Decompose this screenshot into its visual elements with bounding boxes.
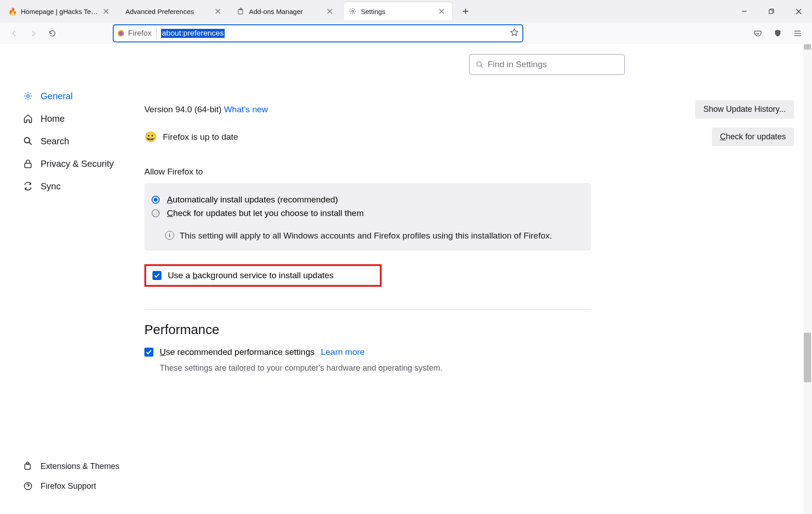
divider	[144, 309, 591, 310]
recommended-perf-checkbox-row[interactable]: Use recommended performance settings Lea…	[144, 347, 794, 357]
svg-point-2	[352, 10, 354, 12]
content-area: General Home Search Privacy & Security S…	[0, 44, 812, 514]
tab-ghacks[interactable]: 🔥 Homepage | gHacks Technology	[4, 2, 116, 20]
sidebar-item-sync[interactable]: Sync	[23, 175, 126, 197]
url-identity-box[interactable]: Firefox	[117, 28, 157, 39]
sidebar-item-label: General	[41, 91, 73, 101]
nav-toolbar: Firefox about:preferences	[0, 23, 812, 44]
radio-label: Check for updates but let you choose to …	[167, 208, 364, 218]
reload-button[interactable]	[44, 25, 60, 41]
close-icon[interactable]	[213, 6, 223, 16]
firefox-icon	[117, 30, 125, 37]
radio-check-only[interactable]: Check for updates but let you choose to …	[152, 208, 584, 218]
sidebar-item-support[interactable]: Firefox Support	[23, 476, 126, 496]
allow-firefox-heading: Allow Firefox to	[144, 167, 794, 177]
home-icon	[23, 113, 33, 124]
radio-label: Automatically install updates (recommend…	[167, 195, 338, 205]
checkbox-label: Use a background service to install upda…	[168, 271, 334, 280]
radio-auto-install[interactable]: Automatically install updates (recommend…	[152, 195, 584, 205]
sidebar-item-label: Home	[41, 114, 65, 124]
window-controls	[731, 0, 812, 23]
update-mode-group: Automatically install updates (recommend…	[144, 183, 591, 251]
show-update-history-button[interactable]: Show Update History...	[695, 100, 794, 119]
close-icon[interactable]	[437, 6, 447, 16]
svg-point-7	[24, 138, 30, 143]
checkbox-checked-icon	[152, 271, 161, 280]
search-icon	[476, 61, 483, 68]
tab-settings[interactable]: Settings	[344, 2, 452, 20]
tab-label: Advanced Preferences	[125, 8, 210, 15]
sidebar-item-label: Search	[41, 136, 69, 147]
radio-icon	[152, 196, 160, 204]
tab-label: Settings	[361, 8, 434, 15]
forward-button[interactable]	[25, 25, 42, 41]
minimize-button[interactable]	[731, 0, 758, 23]
gear-icon	[349, 8, 356, 15]
menu-icon[interactable]	[789, 25, 806, 41]
svg-point-12	[477, 62, 481, 66]
checkbox-label: Use recommended performance settings	[160, 347, 314, 357]
sidebar-item-privacy[interactable]: Privacy & Security	[23, 152, 126, 175]
back-button[interactable]	[6, 25, 23, 41]
gear-icon	[23, 91, 33, 101]
addon-icon	[237, 8, 245, 15]
sync-icon	[23, 181, 33, 192]
svg-rect-10	[27, 462, 29, 464]
sidebar-item-general[interactable]: General	[23, 85, 126, 107]
radio-icon	[152, 209, 160, 217]
settings-main: Find in Settings Version 94.0 (64-bit) W…	[126, 44, 812, 514]
url-bar[interactable]: Firefox about:preferences	[113, 24, 523, 42]
svg-rect-3	[769, 10, 773, 14]
tab-bar: 🔥 Homepage | gHacks Technology Advanced …	[0, 0, 812, 23]
svg-rect-8	[25, 163, 31, 168]
sidebar-item-extensions[interactable]: Extensions & Themes	[23, 456, 126, 476]
close-icon[interactable]	[325, 6, 335, 16]
shield-icon[interactable]	[770, 25, 786, 41]
search-icon	[23, 136, 33, 147]
url-identity-label: Firefox	[128, 29, 152, 38]
performance-description: These settings are tailored to your comp…	[160, 363, 794, 373]
find-in-settings-input[interactable]: Find in Settings	[469, 54, 625, 75]
tab-addons-manager[interactable]: Add-ons Manager	[232, 2, 340, 20]
info-text: This setting will apply to all Windows a…	[180, 229, 552, 243]
svg-point-6	[27, 95, 29, 97]
tab-label: Add-ons Manager	[249, 8, 322, 15]
sidebar-item-search[interactable]: Search	[23, 130, 126, 152]
background-service-checkbox-row[interactable]: Use a background service to install upda…	[144, 264, 382, 287]
sidebar-item-home[interactable]: Home	[23, 107, 126, 130]
sidebar-item-label: Firefox Support	[41, 482, 96, 491]
close-icon[interactable]	[101, 6, 111, 16]
whats-new-link[interactable]: What's new	[224, 105, 268, 114]
sidebar-item-label: Sync	[41, 181, 60, 192]
settings-sidebar: General Home Search Privacy & Security S…	[0, 44, 126, 514]
maximize-button[interactable]	[758, 0, 785, 23]
svg-rect-1	[240, 8, 242, 10]
checkbox-checked-icon	[144, 348, 153, 357]
check-for-updates-button[interactable]: Check for updates	[712, 128, 794, 146]
search-placeholder: Find in Settings	[488, 60, 547, 69]
svg-point-5	[119, 32, 123, 35]
pocket-icon[interactable]	[750, 25, 766, 41]
bookmark-star-icon[interactable]	[510, 28, 519, 39]
sidebar-item-label: Extensions & Themes	[41, 462, 120, 471]
help-icon	[23, 481, 33, 491]
update-info-note: i This setting will apply to all Windows…	[165, 229, 584, 243]
version-text: Version 94.0 (64-bit) What's new	[144, 105, 268, 115]
smile-icon: 😀	[144, 131, 157, 143]
info-icon: i	[165, 231, 174, 240]
svg-rect-9	[25, 464, 30, 469]
addon-icon	[23, 461, 33, 472]
learn-more-link[interactable]: Learn more	[321, 347, 364, 357]
close-window-button[interactable]	[785, 0, 812, 23]
lock-icon	[23, 158, 33, 169]
update-status-text: Firefox is up to date	[163, 132, 238, 142]
tab-label: Homepage | gHacks Technology	[21, 8, 98, 15]
site-favicon: 🔥	[9, 8, 16, 15]
url-text: about:preferences	[161, 29, 225, 38]
new-tab-button[interactable]	[457, 3, 474, 19]
tab-advanced-preferences[interactable]: Advanced Preferences	[120, 2, 228, 20]
sidebar-item-label: Privacy & Security	[41, 159, 114, 169]
performance-heading: Performance	[144, 322, 794, 337]
